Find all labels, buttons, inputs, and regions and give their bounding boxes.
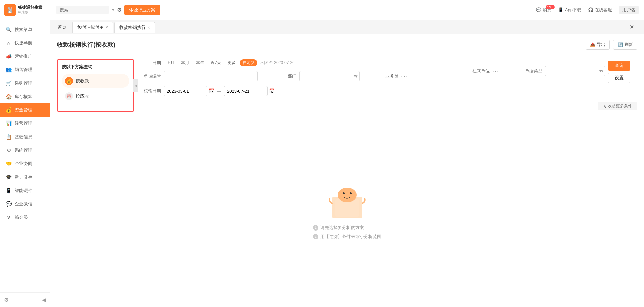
app-download-button[interactable]: 📱 App下载 xyxy=(558,7,581,13)
user-profile[interactable]: 用户名 xyxy=(619,6,639,14)
staff-label: 业务员 xyxy=(378,73,398,79)
sidebar-item-basic[interactable]: 📋 基础信息 xyxy=(0,130,50,144)
online-service-button[interactable]: 🎧 在线客服 xyxy=(588,7,612,13)
date-label: 日期 xyxy=(141,60,161,66)
verify-date-end-icon[interactable]: 📅 xyxy=(269,88,275,94)
counterpart-label: 往来单位 xyxy=(470,68,490,74)
step1-num: 1 xyxy=(313,225,318,231)
collapse-more-button[interactable]: ∧ 收起更多条件 xyxy=(598,102,637,110)
business-icon: 📊 xyxy=(5,120,12,127)
dept-label: 部门 xyxy=(276,73,297,79)
sidebar-item-business[interactable]: 📊 经营管理 xyxy=(0,117,50,130)
marketing-icon: 📣 xyxy=(5,53,12,60)
sidebar-item-search[interactable]: 🔍 搜索菜单 xyxy=(0,23,50,36)
expand-icon[interactable]: ⛶ xyxy=(637,24,641,30)
verify-date-start-wrap: 📅 xyxy=(164,86,214,96)
sidebar-item-wechat[interactable]: 💬 企业微信 xyxy=(0,197,50,211)
logo-icon: 🐰 xyxy=(4,4,16,16)
empty-text: 1 请先选择要分析的方案 2 用【过滤】条件来缩小分析范围 xyxy=(313,223,381,241)
query-form-section: 日期 上月 本月 本年 近7天 更多 自定义 不限 至 2023-07-26 xyxy=(141,59,637,112)
query-option-by-receivable[interactable]: ⏰ 按应收 xyxy=(62,90,129,103)
sidebar-item-purchase[interactable]: 🛒 采购管理 xyxy=(0,76,50,90)
query-scheme-sidebar: 按以下方案查询 💰 按收款 ⏰ 按应收 « xyxy=(57,59,134,112)
corp-icon: 🤝 xyxy=(5,160,12,167)
query-option-by-receipt[interactable]: 💰 按收款 xyxy=(62,74,129,88)
tab-receipt-close[interactable]: × xyxy=(148,25,150,30)
industry-solution-button[interactable]: 体验行业方案 xyxy=(124,5,160,15)
header-dropdown-icon[interactable]: ▾ xyxy=(112,7,114,12)
by-receivable-label: 按应收 xyxy=(76,93,89,99)
sidebar-item-inventory[interactable]: 🏠 库存核算 xyxy=(0,90,50,103)
date-btn-more[interactable]: 更多 xyxy=(225,59,238,66)
staff-dots-button[interactable]: ··· xyxy=(401,73,408,80)
tab-home[interactable]: 首页 xyxy=(53,22,71,33)
by-receivable-icon: ⏰ xyxy=(65,92,73,100)
sidebar-item-corp[interactable]: 🤝 企业协同 xyxy=(0,157,50,170)
sidebar-item-hardware[interactable]: 📱 智能硬件 xyxy=(0,184,50,197)
verify-date-end-input[interactable] xyxy=(224,86,268,96)
sidebar-item-sales[interactable]: 👥 销售管理 xyxy=(0,63,50,76)
close-all-tabs-icon[interactable]: ✕ xyxy=(630,24,634,30)
date-btn-this-year[interactable]: 本年 xyxy=(193,59,207,66)
sidebar-item-guide[interactable]: 🎓 新手引导 xyxy=(0,170,50,184)
export-button[interactable]: 📤 导出 xyxy=(586,40,610,50)
header-right: 💬 消息 99+ 📱 App下载 🎧 在线客服 用户名 xyxy=(536,6,639,14)
page-title: 收款核销执行(按收款) xyxy=(57,41,115,49)
guide-icon: 🎓 xyxy=(5,174,12,181)
page-title-bar: 收款核销执行(按收款) 📤 导出 🔄 刷新 xyxy=(50,34,644,54)
header-gear-icon[interactable]: ⚙ xyxy=(117,7,122,13)
sidebar-item-shortcut[interactable]: ⌂ 快捷导航 xyxy=(0,36,50,50)
system-icon: ⚙ xyxy=(5,147,12,154)
refresh-icon: 🔄 xyxy=(618,42,623,47)
settings-icon[interactable]: ⚙ xyxy=(4,297,9,303)
date-btn-7days[interactable]: 近7天 xyxy=(208,59,224,66)
doc-type-label: 单据类型 xyxy=(522,68,542,74)
scheme-sidebar-collapse-button[interactable]: « xyxy=(133,79,138,92)
message-button[interactable]: 💬 消息 99+ xyxy=(536,7,551,13)
verify-date-range: 📅 — 📅 xyxy=(164,86,275,96)
chevron-up-icon: ∧ xyxy=(603,104,606,109)
date-btn-this-month[interactable]: 本月 xyxy=(178,59,192,66)
sales-icon: 👥 xyxy=(5,66,12,73)
date-nolimit-text: 不限 至 2023-07-26 xyxy=(260,60,295,66)
verify-date-end-wrap: 📅 xyxy=(224,86,275,96)
header-search-input[interactable] xyxy=(56,6,109,14)
verify-date-start-icon[interactable]: 📅 xyxy=(209,88,214,94)
tab-prepay[interactable]: 预付冲应付单 × xyxy=(72,22,113,33)
svg-point-2 xyxy=(338,188,357,202)
export-icon: 📤 xyxy=(590,42,595,47)
refresh-button[interactable]: 🔄 刷新 xyxy=(613,40,637,50)
tab-bar: 首页 预付冲应付单 × 收款核销执行 × ✕ ⛶ xyxy=(50,20,644,34)
by-receipt-icon: 💰 xyxy=(65,77,73,85)
message-icon: 💬 xyxy=(536,7,541,12)
sidebar-item-marketing[interactable]: 📣 营销推广 xyxy=(0,50,50,63)
hardware-icon: 📱 xyxy=(5,187,12,194)
collapse-sidebar-icon[interactable]: ◀ xyxy=(42,297,46,303)
doc-type-select[interactable] xyxy=(545,66,605,76)
collapse-more-section: ∧ 收起更多条件 xyxy=(141,101,637,112)
setting-button[interactable]: 设置 xyxy=(608,73,630,83)
date-btn-custom[interactable]: 自定义 xyxy=(240,59,257,66)
purchase-icon: 🛒 xyxy=(5,80,12,87)
step2-num: 2 xyxy=(313,234,318,239)
sidebar-item-member[interactable]: V 畅会员 xyxy=(0,211,50,224)
service-icon: 🎧 xyxy=(588,7,593,12)
verify-date-start-input[interactable] xyxy=(164,86,207,96)
tab-prepay-close[interactable]: × xyxy=(106,25,108,30)
empty-step1: 1 请先选择要分析的方案 xyxy=(313,223,381,232)
sidebar-item-finance[interactable]: 💰 资金管理 xyxy=(0,103,50,117)
sidebar-item-system[interactable]: ⚙ 系统管理 xyxy=(0,144,50,157)
app-icon: 📱 xyxy=(558,7,564,12)
tab-receipt[interactable]: 收款核销执行 × xyxy=(114,22,155,33)
logo-text: 畅捷通好生意 标准版 xyxy=(18,5,42,14)
date-range-dash: — xyxy=(217,89,221,94)
dept-select[interactable] xyxy=(299,71,360,81)
doc-no-input[interactable] xyxy=(164,71,258,81)
empty-state: 1 请先选择要分析的方案 2 用【过滤】条件来缩小分析范围 xyxy=(50,117,644,307)
counterpart-dots-button[interactable]: ··· xyxy=(492,68,499,75)
date-btn-last-month[interactable]: 上月 xyxy=(164,59,177,66)
tab-bar-actions: ✕ ⛶ xyxy=(630,24,641,30)
wechat-icon: 💬 xyxy=(5,201,12,207)
sidebar: 🐰 畅捷通好生意 标准版 🔍 搜索菜单 ⌂ 快捷导航 📣 营销推广 👥 销售管理… xyxy=(0,0,50,307)
query-button[interactable]: 查询 xyxy=(608,61,630,71)
